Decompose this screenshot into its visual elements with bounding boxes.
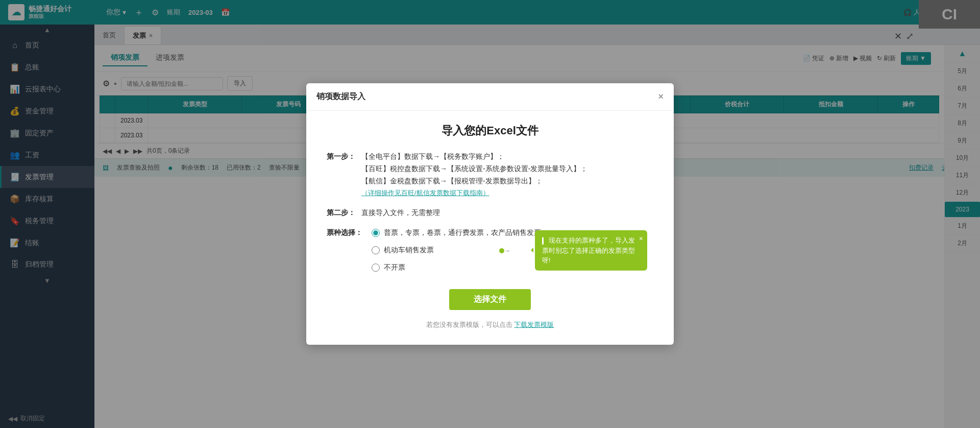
radio-general-label: 普票，专票，卷票，通行费发票，农产品销售发票 [384,227,541,239]
step1-label: 第一步： [327,151,357,198]
ticket-selection: 票种选择： 普票，专票，卷票，通行费发票，农产品销售发票 机动车销售发票 [327,227,653,278]
radio-motor-input[interactable] [372,246,380,254]
modal-header: 销项数据导入 × [306,83,674,111]
step1-line1: 【全电平台】数据下载→【税务数字账户】； [361,151,587,163]
step1-link[interactable]: （详细操作见百旺/航信发票数据下载指南） [361,187,587,199]
step1-content: 【全电平台】数据下载→【税务数字账户】； 【百旺】税控盘数据下载→【系统设置-系… [361,151,587,198]
radio-noticket-input[interactable] [372,264,380,272]
tooltip-text: 现在支持的票种多了，导入发票时别忘了选择正确的发票类型呀! [542,236,635,264]
step2-label: 第二步： [327,207,357,219]
modal-body: 导入您的Excel文件 第一步： 【全电平台】数据下载→【税务数字账户】； 【百… [306,111,674,345]
modal-title: 销项数据导入 [316,91,365,102]
step1-line2: 【百旺】税控盘数据下载→【系统设置-系统参数设置-发票批量导入】； [361,163,587,175]
radio-general: 普票，专票，卷票，通行费发票，农产品销售发票 [372,227,541,239]
select-file-button[interactable]: 选择文件 [449,289,531,310]
tooltip-connector [479,250,509,251]
radio-motor-row: 机动车销售发票 × 现在支持的票种多了，导入发票时别忘了选择正确的发票类型呀! [372,244,541,256]
modal-big-title: 导入您的Excel文件 [327,123,653,138]
ticket-options: 普票，专票，卷票，通行费发票，农产品销售发票 机动车销售发票 [372,227,541,278]
modal-close-button[interactable]: × [658,91,664,102]
tooltip-bubble: × 现在支持的票种多了，导入发票时别忘了选择正确的发票类型呀! [535,230,647,271]
modal-footer: 若您没有发票模版，可以点击 下载发票模版 [327,320,653,329]
step2-row: 第二步： 直接导入文件，无需整理 [327,207,653,219]
radio-general-input[interactable] [372,229,380,237]
step1-row: 第一步： 【全电平台】数据下载→【税务数字账户】； 【百旺】税控盘数据下载→【系… [327,151,653,198]
import-modal: 销项数据导入 × 导入您的Excel文件 第一步： 【全电平台】数据下载→【税务… [306,83,674,345]
radio-noticket-label: 不开票 [384,261,405,274]
tooltip-dot [499,248,504,253]
download-template-link[interactable]: 下载发票模版 [514,321,554,328]
radio-motor-label: 机动车销售发票 [384,244,434,256]
tooltip-close-btn[interactable]: × [639,233,643,244]
tooltip-bar [542,237,544,244]
connector-line [506,251,509,251]
modal-overlay: 销项数据导入 × 导入您的Excel文件 第一步： 【全电平台】数据下载→【税务… [0,0,980,428]
step2-content: 直接导入文件，无需整理 [361,207,440,219]
step1-line3: 【航信】金税盘数据下载→【报税管理-发票数据导出】； [361,175,587,187]
footer-text: 若您没有发票模版，可以点击 [426,321,512,328]
ticket-label: 票种选择： [327,227,368,239]
radio-no-ticket: 不开票 [372,261,541,274]
